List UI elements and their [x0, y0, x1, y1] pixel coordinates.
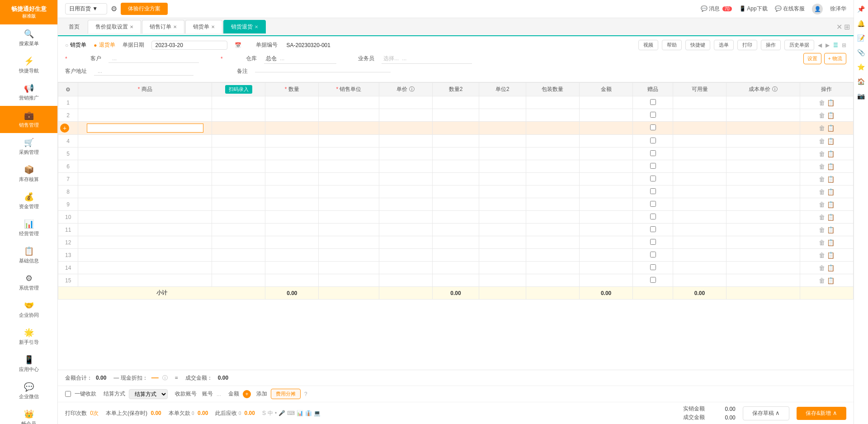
gift-checkbox-3[interactable]: [650, 124, 656, 130]
cell-amount-13[interactable]: [579, 249, 632, 262]
cell-gift-11[interactable]: [633, 224, 673, 236]
cell-unit2-5[interactable]: [479, 148, 526, 160]
cell-unit2-8[interactable]: [479, 186, 526, 198]
cell-cost-9[interactable]: [726, 198, 800, 211]
cell-unit2-11[interactable]: [479, 224, 526, 236]
copy-icon-12[interactable]: 📋: [827, 239, 835, 246]
delete-icon-9[interactable]: 🗑: [819, 201, 825, 208]
delete-icon-4[interactable]: 🗑: [819, 138, 825, 145]
cell-available-11[interactable]: [673, 224, 726, 236]
shortcut-btn[interactable]: 快捷键: [685, 40, 710, 50]
copy-icon-2[interactable]: 📋: [827, 112, 835, 119]
cell-unit-13[interactable]: [319, 249, 379, 262]
cell-gift-7[interactable]: [633, 173, 673, 186]
gift-checkbox-8[interactable]: [650, 188, 656, 194]
cell-available-9[interactable]: [673, 198, 726, 211]
message-btn[interactable]: 💬 消息 70: [701, 5, 732, 13]
cell-unit2-6[interactable]: [479, 160, 526, 173]
sidebar-item-apps[interactable]: 📱应用中心: [0, 350, 57, 377]
cell-goods-2[interactable]: [78, 109, 212, 122]
address-input[interactable]: ...: [94, 67, 193, 76]
cell-qty-13[interactable]: [265, 249, 319, 262]
cell-cost-6[interactable]: [726, 160, 800, 173]
sidebar-item-finance[interactable]: 💰资金管理: [0, 187, 57, 214]
cell-cost-11[interactable]: [726, 224, 800, 236]
sidebar-item-enterprise[interactable]: 🤝企业协同: [0, 296, 57, 323]
onepay-checkbox[interactable]: [65, 391, 71, 397]
cell-qty-6[interactable]: [265, 160, 319, 173]
cell-qty-9[interactable]: [265, 198, 319, 211]
cell-price-2[interactable]: [379, 109, 432, 122]
cell-unit-2[interactable]: [319, 109, 379, 122]
gift-checkbox-12[interactable]: [650, 239, 656, 245]
cell-goods-5[interactable]: [78, 148, 212, 160]
cell-qty2-10[interactable]: [432, 211, 479, 224]
tab-close-all[interactable]: ✕: [836, 23, 842, 31]
cell-cost-12[interactable]: [726, 236, 800, 249]
radio-return[interactable]: ● 退货单: [94, 41, 115, 49]
date-input[interactable]: [151, 41, 227, 50]
cell-qty2-12[interactable]: [432, 236, 479, 249]
cell-pkg-10[interactable]: [526, 211, 579, 224]
delete-icon-1[interactable]: 🗑: [819, 99, 825, 106]
right-icon-7[interactable]: 📷: [856, 91, 867, 101]
cell-amount-5[interactable]: [579, 148, 632, 160]
cell-unit2-14[interactable]: [479, 262, 526, 274]
cell-pkg-12[interactable]: [526, 236, 579, 249]
cell-pkg-8[interactable]: [526, 186, 579, 198]
cell-price-1[interactable]: [379, 96, 432, 109]
cell-cost-2[interactable]: [726, 109, 800, 122]
cell-unit-10[interactable]: [319, 211, 379, 224]
video-btn[interactable]: 视频: [638, 40, 658, 50]
tab-售价提取设置[interactable]: 售价提取设置✕: [88, 20, 141, 33]
cell-available-2[interactable]: [673, 109, 726, 122]
app-download-btn[interactable]: 📱 App下载: [739, 5, 768, 13]
cell-qty-3[interactable]: [265, 122, 319, 135]
cell-available-14[interactable]: [673, 262, 726, 274]
cell-gift-8[interactable]: [633, 186, 673, 198]
cell-cost-7[interactable]: [726, 173, 800, 186]
copy-icon-14[interactable]: 📋: [827, 264, 835, 272]
tab-close-3[interactable]: ✕: [211, 24, 215, 29]
cell-goods-3[interactable]: [78, 122, 212, 135]
cell-qty2-9[interactable]: [432, 198, 479, 211]
sidebar-item-search[interactable]: 🔍搜索菜单: [0, 24, 57, 52]
cell-price-6[interactable]: [379, 160, 432, 173]
gift-checkbox-10[interactable]: [650, 214, 656, 219]
user-name[interactable]: 徐泽华: [830, 5, 846, 13]
gift-checkbox-9[interactable]: [650, 201, 656, 207]
cell-amount-7[interactable]: [579, 173, 632, 186]
cell-amount-10[interactable]: [579, 211, 632, 224]
cell-gift-15[interactable]: [633, 274, 673, 287]
sidebar-item-wechat[interactable]: 💬企业微信: [0, 377, 57, 405]
cell-goods-10[interactable]: [78, 211, 212, 224]
cell-amount-1[interactable]: [579, 96, 632, 109]
cell-qty2-11[interactable]: [432, 224, 479, 236]
online-service-btn[interactable]: 💬 在线客服: [775, 5, 805, 13]
sidebar-item-guide[interactable]: 🌟新手引导: [0, 323, 57, 350]
cell-price-3[interactable]: [379, 122, 432, 135]
cell-unit-15[interactable]: [319, 274, 379, 287]
cell-qty-7[interactable]: [265, 173, 319, 186]
cell-unit2-10[interactable]: [479, 211, 526, 224]
cell-available-1[interactable]: [673, 96, 726, 109]
print-btn[interactable]: 打印: [737, 40, 757, 50]
save-draft-btn[interactable]: 保存草稿 ∧: [743, 406, 790, 420]
cell-gift-12[interactable]: [633, 236, 673, 249]
cell-qty-5[interactable]: [265, 148, 319, 160]
cell-qty-14[interactable]: [265, 262, 319, 274]
module-selector[interactable]: 日用百货 ▼: [65, 3, 107, 14]
cell-pkg-3[interactable]: [526, 122, 579, 135]
copy-icon-8[interactable]: 📋: [827, 188, 835, 195]
sidebar-item-basic[interactable]: 📋基础信息: [0, 242, 57, 269]
cell-amount-15[interactable]: [579, 274, 632, 287]
cell-gift-10[interactable]: [633, 211, 673, 224]
sidebar-item-quick[interactable]: ⚡快捷导航: [0, 52, 57, 79]
cell-goods-13[interactable]: [78, 249, 212, 262]
settle-method-select[interactable]: 结算方式: [129, 389, 168, 399]
operation-btn[interactable]: 操作: [761, 40, 781, 50]
delete-icon-8[interactable]: 🗑: [819, 188, 825, 195]
view-grid-icon[interactable]: ⊞: [842, 42, 846, 48]
cell-qty-11[interactable]: [265, 224, 319, 236]
cell-cost-10[interactable]: [726, 211, 800, 224]
